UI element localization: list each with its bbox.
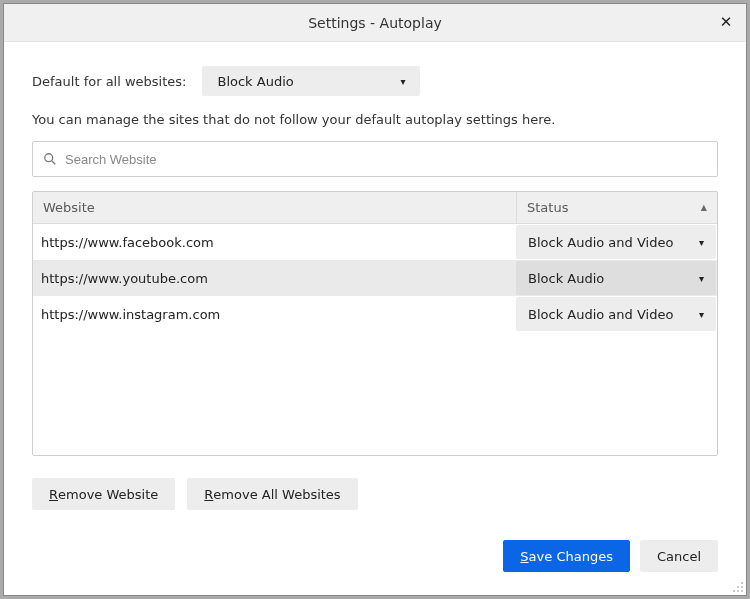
cell-status-select[interactable]: Block Audio and Video▾ (516, 225, 716, 259)
cell-website: https://www.instagram.com (33, 296, 515, 332)
chevron-down-icon: ▾ (699, 273, 704, 284)
cell-website: https://www.youtube.com (33, 260, 515, 296)
table-row[interactable]: https://www.instagram.comBlock Audio and… (33, 296, 717, 332)
remove-website-button[interactable]: Remove Website (32, 478, 175, 510)
titlebar: Settings - Autoplay ✕ (4, 4, 746, 42)
svg-point-0 (45, 154, 53, 162)
button-label: emove Website (58, 487, 158, 502)
search-icon (43, 152, 57, 166)
close-button[interactable]: ✕ (714, 10, 738, 34)
footer-buttons: Save Changes Cancel (32, 540, 718, 572)
default-select[interactable]: Block Audio ▾ (202, 66, 420, 96)
mnemonic-letter: S (520, 549, 528, 564)
svg-point-4 (737, 586, 739, 588)
svg-point-3 (741, 586, 743, 588)
status-value: Block Audio and Video (528, 307, 673, 322)
resize-grip-icon[interactable] (732, 581, 744, 593)
close-icon: ✕ (720, 13, 733, 31)
svg-line-1 (52, 161, 55, 164)
button-label: emove All Websites (213, 487, 340, 502)
chevron-down-icon: ▾ (699, 309, 704, 320)
table-row[interactable]: https://www.facebook.comBlock Audio and … (33, 224, 717, 260)
default-select-value: Block Audio (217, 74, 293, 89)
save-changes-button[interactable]: Save Changes (503, 540, 630, 572)
cell-website: https://www.facebook.com (33, 224, 515, 260)
button-label: Cancel (657, 549, 701, 564)
column-header-status-label: Status (527, 200, 568, 215)
svg-point-2 (741, 582, 743, 584)
websites-table: Website Status ▲ https://www.facebook.co… (32, 191, 718, 456)
cell-status-select[interactable]: Block Audio and Video▾ (516, 297, 716, 331)
search-input[interactable] (65, 152, 707, 167)
default-row: Default for all websites: Block Audio ▾ (32, 66, 718, 96)
mnemonic-letter: R (204, 487, 213, 502)
settings-dialog: Settings - Autoplay ✕ Default for all we… (3, 3, 747, 596)
cell-status-select[interactable]: Block Audio▾ (516, 261, 716, 295)
column-header-website-label: Website (43, 200, 95, 215)
default-label: Default for all websites: (32, 74, 186, 89)
svg-point-7 (733, 590, 735, 592)
cancel-button[interactable]: Cancel (640, 540, 718, 572)
column-header-status[interactable]: Status ▲ (517, 192, 717, 223)
sort-asc-icon: ▲ (701, 203, 707, 212)
chevron-down-icon: ▾ (699, 237, 704, 248)
search-field-wrap[interactable] (32, 141, 718, 177)
dialog-title: Settings - Autoplay (308, 15, 442, 31)
svg-point-5 (741, 590, 743, 592)
remove-buttons-row: Remove Website Remove All Websites (32, 478, 718, 510)
description-text: You can manage the sites that do not fol… (32, 112, 718, 127)
chevron-down-icon: ▾ (400, 76, 405, 87)
remove-all-websites-button[interactable]: Remove All Websites (187, 478, 357, 510)
dialog-content: Default for all websites: Block Audio ▾ … (4, 42, 746, 595)
mnemonic-letter: R (49, 487, 58, 502)
column-header-website[interactable]: Website (33, 192, 517, 223)
table-body: https://www.facebook.comBlock Audio and … (33, 224, 717, 455)
button-label: ave Changes (529, 549, 613, 564)
status-value: Block Audio and Video (528, 235, 673, 250)
svg-point-6 (737, 590, 739, 592)
status-value: Block Audio (528, 271, 604, 286)
table-header: Website Status ▲ (33, 192, 717, 224)
table-row[interactable]: https://www.youtube.comBlock Audio▾ (33, 260, 717, 296)
